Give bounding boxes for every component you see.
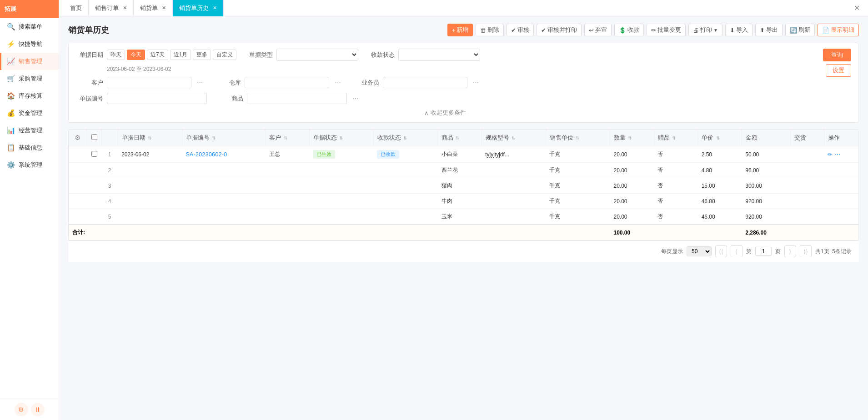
staff-dots[interactable]: ··· (471, 79, 481, 87)
discard-button[interactable]: ↩ 弃审 (584, 24, 612, 36)
filter-staff-item: 业务员 ··· (352, 77, 481, 88)
logo-text: 拓展 (5, 5, 16, 13)
import-button[interactable]: ⬇ 导入 (725, 24, 753, 36)
td-actions (824, 194, 858, 209)
batch-change-button[interactable]: ✏ 批量变更 (647, 24, 686, 36)
tab-sales-order-close[interactable]: ✕ (123, 5, 127, 11)
footer-empty-10 (698, 225, 742, 240)
sidebar-item-finance-mgmt[interactable]: 💰 资金管理 (0, 105, 59, 122)
warehouse-input[interactable] (245, 77, 329, 88)
page-next-btn[interactable]: ⟩ (784, 245, 796, 257)
td-gear (69, 146, 87, 163)
warehouse-dots[interactable]: ··· (333, 79, 342, 87)
sidebar-pause-btn[interactable]: ⏸ (31, 403, 45, 416)
sidebar-item-sys-mgmt[interactable]: ⚙️ 系统管理 (0, 156, 59, 174)
edit-action-btn[interactable]: ✏ (828, 151, 832, 158)
select-all-checkbox[interactable] (91, 134, 97, 140)
sort-customer-icon[interactable]: ⇅ (284, 135, 287, 140)
tab-sales-delivery[interactable]: 销货单 ✕ (134, 0, 173, 16)
td-unit-price: 46.00 (698, 194, 742, 209)
row-checkbox[interactable] (91, 151, 97, 157)
page-prev-btn[interactable]: ⟨ (731, 245, 743, 257)
inventory-icon: 🏠 (7, 92, 15, 100)
sort-doc-status-icon[interactable]: ⇅ (339, 135, 343, 140)
filter-collapse-btn[interactable]: ∧ 收起更多条件 (76, 109, 814, 117)
more-action-btn[interactable]: ⋯ (835, 151, 840, 158)
tab-sales-delivery-close[interactable]: ✕ (162, 5, 166, 11)
table-wrap: ⚙ 单据日期 ⇅ 单据编号 ⇅ (68, 129, 859, 240)
sort-doc-date-icon[interactable]: ⇅ (148, 135, 151, 140)
tab-home[interactable]: 首页 (64, 0, 89, 16)
sort-goods-icon[interactable]: ⇅ (456, 135, 459, 140)
page-size-select[interactable]: 10 20 50 100 (687, 246, 712, 256)
sidebar-item-ops-mgmt[interactable]: 📊 经营管理 (0, 122, 59, 139)
sidebar-item-inventory-calc[interactable]: 🏠 库存核算 (0, 87, 59, 105)
query-button[interactable]: 查询 (823, 49, 851, 61)
customer-dots[interactable]: ··· (195, 79, 205, 87)
sort-receipt-status-icon[interactable]: ⇅ (403, 135, 407, 140)
sidebar-item-quick-nav[interactable]: ⚡ 快捷导航 (0, 35, 59, 53)
doc-type-select[interactable] (276, 49, 358, 61)
sidebar-item-basic-info[interactable]: 📋 基础信息 (0, 139, 59, 156)
goods-label: 商品 (216, 95, 243, 103)
td-transaction (791, 178, 824, 194)
goods-input[interactable] (247, 93, 347, 104)
sidebar-item-purchase-mgmt[interactable]: 🛒 采购管理 (0, 70, 59, 87)
sort-quantity-icon[interactable]: ⇅ (628, 135, 632, 140)
refresh-button[interactable]: 🔄 刷新 (785, 24, 815, 36)
footer-total-quantity: 100.00 (610, 225, 654, 240)
td-seq: 4 (101, 194, 118, 209)
tab-sales-history-close[interactable]: ✕ (213, 5, 217, 11)
shortcut-last7days[interactable]: 近7天 (147, 50, 168, 60)
export-button[interactable]: ⬆ 导出 (755, 24, 783, 36)
sort-doc-no-icon[interactable]: ⇅ (212, 135, 216, 140)
sidebar-item-sales-mgmt[interactable]: 📈 销售管理 (0, 53, 59, 70)
sidebar-item-search-menu[interactable]: 🔍 搜索菜单 (0, 18, 59, 35)
customer-input[interactable] (107, 77, 191, 88)
td-doc-status (309, 194, 373, 209)
shortcut-yesterday[interactable]: 昨天 (107, 50, 125, 60)
collect-button[interactable]: 💲 收款 (614, 24, 644, 36)
td-customer (266, 178, 310, 194)
add-button[interactable]: + 新增 (447, 24, 473, 36)
th-seq (101, 130, 118, 146)
th-sales-unit: 销售单位 ⇅ (546, 130, 610, 146)
filter-doc-no-item: 单据编号 (76, 93, 207, 104)
sort-gift-icon[interactable]: ⇅ (672, 135, 676, 140)
setting-button[interactable]: 设置 (826, 64, 851, 77)
tab-sales-order[interactable]: 销售订单 ✕ (89, 0, 134, 16)
doc-no-link[interactable]: SA-20230602-0 (186, 151, 227, 158)
shortcut-today[interactable]: 今天 (127, 50, 145, 60)
shortcut-custom[interactable]: 自定义 (213, 50, 236, 60)
page-first-btn[interactable]: ⟨⟨ (715, 245, 727, 257)
td-checkbox (87, 209, 101, 225)
show-detail-button[interactable]: 📄 显示明细 (818, 24, 859, 36)
audit-print-button[interactable]: ✔ 审核并打印 (537, 24, 582, 36)
page-last-btn[interactable]: ⟩⟩ (800, 245, 812, 257)
receipt-status-select[interactable] (398, 49, 480, 61)
sort-sales-unit-icon[interactable]: ⇅ (576, 135, 579, 140)
sidebar-settings-btn[interactable]: ⚙ (15, 403, 28, 416)
td-doc-status (309, 209, 373, 225)
tab-sales-history[interactable]: 销货单历史 ✕ (173, 0, 224, 16)
goods-dots[interactable]: ··· (351, 95, 360, 103)
sidebar-item-label: 库存核算 (19, 92, 42, 100)
sort-unit-price-icon[interactable]: ⇅ (716, 135, 720, 140)
doc-no-input[interactable] (107, 93, 207, 104)
print-button[interactable]: 🖨 打印 ▼ (688, 24, 722, 36)
td-doc-date (118, 209, 182, 225)
delete-button[interactable]: 🗑 删除 (476, 24, 504, 36)
td-amount: 50.00 (742, 146, 791, 163)
shortcut-last1month[interactable]: 近1月 (170, 50, 191, 60)
audit-button[interactable]: ✔ 审核 (507, 24, 534, 36)
gear-icon[interactable]: ⚙ (75, 134, 80, 141)
sidebar-item-label: 资金管理 (19, 109, 42, 117)
tabs-close-all-btn[interactable]: ✕ (850, 4, 863, 12)
table-row: 3 猪肉 千克 20.00 否 15.00 300.00 (69, 178, 858, 194)
audit-print-icon: ✔ (541, 27, 546, 34)
page-number-input[interactable] (755, 247, 772, 256)
shortcut-more[interactable]: 更多 (193, 50, 211, 60)
staff-input[interactable] (383, 77, 467, 88)
td-receipt-status: 已收款 (373, 146, 437, 163)
sort-spec-model-icon[interactable]: ⇅ (512, 135, 515, 140)
